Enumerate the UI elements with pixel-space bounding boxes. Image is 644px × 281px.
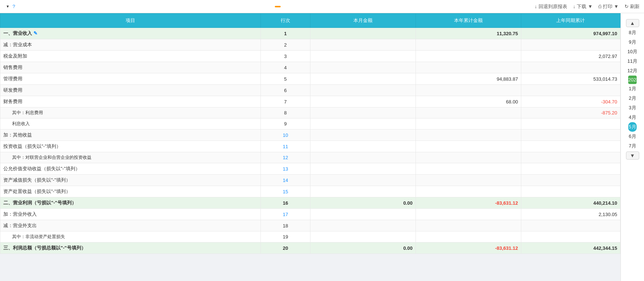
table-row: 投资收益（损失以"-"填列）11 [0, 141, 620, 152]
status-badge[interactable] [275, 6, 281, 7]
help-icon[interactable]: ? [12, 4, 15, 9]
cell-month: 0.00 [310, 197, 415, 209]
cell-row-num: 2 [260, 39, 310, 51]
cell-prev [521, 175, 620, 186]
cell-month [310, 152, 415, 163]
sidebar-up-button[interactable]: ▲ [626, 19, 639, 27]
header-month: 本月金额 [310, 14, 415, 28]
table-row: 二、营业利润（亏损以"-"号填列）160.00-83,631.12440,214… [0, 197, 620, 209]
print-icon: ⎙ [598, 4, 601, 9]
cell-year [415, 163, 521, 175]
cell-row-num: 11 [260, 141, 310, 152]
sidebar-month-item[interactable]: 5月 [628, 122, 637, 132]
cell-year [415, 152, 521, 163]
sidebar-month-item[interactable]: 9月 [627, 37, 638, 47]
cell-month [310, 96, 415, 107]
cell-year: 94,883.87 [415, 73, 521, 85]
header-item: 项目 [0, 14, 261, 28]
cell-prev: 2,072.97 [521, 51, 620, 62]
content-area: 项目 行次 本月金额 本年累计金额 上年同期累计 一、营业收入 ✎111,320… [0, 13, 620, 281]
cell-item: 管理费用 [0, 73, 261, 85]
cell-row-num: 8 [260, 107, 310, 118]
cell-month [310, 129, 415, 141]
sidebar-month-item[interactable]: 12月 [627, 66, 638, 76]
table-row: 减：营业外支出18 [0, 220, 620, 231]
cell-item: 税金及附加 [0, 51, 261, 62]
refresh-button[interactable]: ↻ 刷新 [625, 3, 640, 10]
cell-prev [521, 39, 620, 51]
scope-selector[interactable]: ▼ [4, 4, 10, 8]
sidebar-month-item[interactable]: 11月 [627, 56, 638, 66]
cell-month [310, 220, 415, 231]
cell-month [310, 51, 415, 62]
top-bar-center [269, 6, 281, 7]
cell-item: 其中：非流动资产处置损失 [0, 231, 261, 242]
download-button[interactable]: ↓ 下载 ▼ [573, 3, 593, 10]
cell-row-num: 13 [260, 163, 310, 175]
sidebar-month-item[interactable]: 1月 [627, 84, 638, 94]
table-row: 资产减值损失（损失以"-"填列）14 [0, 175, 620, 186]
cell-item: 其中：对联营企业和合营企业的投资收益 [0, 152, 261, 163]
cell-year: -83,631.12 [415, 197, 521, 209]
cell-row-num: 4 [260, 62, 310, 73]
cell-row-num: 14 [260, 175, 310, 186]
cell-month [310, 107, 415, 118]
sidebar-month-item[interactable]: 10月 [627, 47, 638, 56]
cell-item: 减：营业成本 [0, 39, 261, 51]
sidebar-month-item[interactable]: 8月 [627, 28, 638, 37]
sidebar-down-button[interactable]: ▼ [626, 152, 639, 160]
print-button[interactable]: ⎙ 打印 ▼ [598, 3, 619, 10]
cell-prev [521, 152, 620, 163]
cell-item: 销售费用 [0, 62, 261, 73]
cell-month [310, 175, 415, 186]
chevron-down-icon: ▼ [6, 4, 10, 8]
cell-row-num: 9 [260, 118, 310, 129]
table-row: 管理费用594,883.87533,014.73 [0, 73, 620, 85]
sidebar-month-item[interactable]: 4月 [627, 113, 638, 122]
cell-row-num: 10 [260, 129, 310, 141]
cell-prev [521, 186, 620, 197]
back-button[interactable]: ↓ 回退到原报表 [535, 3, 567, 10]
cell-item: 财务费用 [0, 96, 261, 107]
cell-prev [521, 85, 620, 96]
cell-month [310, 209, 415, 220]
cell-item: 资产处置收益（损失以"-"填列） [0, 186, 261, 197]
cell-prev [521, 62, 620, 73]
top-bar: ▼ ? ↓ 回退到原报表 ↓ 下载 ▼ ⎙ 打印 ▼ ↻ 刷新 [0, 0, 644, 13]
cell-item: 投资收益（损失以"-"填列） [0, 141, 261, 152]
sidebar-month-item[interactable]: 2月 [627, 94, 638, 103]
sidebar-month-item[interactable]: 6月 [627, 132, 638, 141]
sidebar-month-item[interactable]: 2023 [628, 76, 637, 84]
cell-month [310, 85, 415, 96]
table-row: 利息收入9 [0, 118, 620, 129]
cell-item: 一、营业收入 ✎ [0, 28, 261, 39]
report-table: 项目 行次 本月金额 本年累计金额 上年同期累计 一、营业收入 ✎111,320… [0, 13, 620, 254]
header-prev: 上年同期累计 [521, 14, 620, 28]
edit-icon[interactable]: ✎ [33, 30, 37, 36]
cell-row-num: 12 [260, 152, 310, 163]
cell-row-num: 18 [260, 220, 310, 231]
cell-year [415, 39, 521, 51]
cell-row-num: 6 [260, 85, 310, 96]
cell-item: 加：营业外收入 [0, 209, 261, 220]
sidebar: ▲ 8月9月10月11月12月20231月2月3月4月5月6月7月 ▼ [620, 13, 644, 281]
table-row: 其中：利息费用8-875.20 [0, 107, 620, 118]
table-row: 加：其他收益10 [0, 129, 620, 141]
cell-year [415, 141, 521, 152]
sidebar-month-item[interactable]: 3月 [627, 103, 638, 113]
table-row: 公允价值变动收益（损失以"-"填列）13 [0, 163, 620, 175]
cell-month [310, 231, 415, 242]
cell-year [415, 175, 521, 186]
sidebar-month-item[interactable]: 7月 [627, 141, 638, 151]
cell-row-num: 16 [260, 197, 310, 209]
table-row: 销售费用4 [0, 62, 620, 73]
cell-month [310, 28, 415, 39]
cell-prev: -304.70 [521, 96, 620, 107]
table-row: 资产处置收益（损失以"-"填列）15 [0, 186, 620, 197]
refresh-icon: ↻ [625, 4, 629, 9]
download-icon: ↓ [573, 4, 576, 9]
cell-month [310, 73, 415, 85]
cell-row-num: 20 [260, 242, 310, 254]
cell-row-num: 17 [260, 209, 310, 220]
cell-row-num: 15 [260, 186, 310, 197]
